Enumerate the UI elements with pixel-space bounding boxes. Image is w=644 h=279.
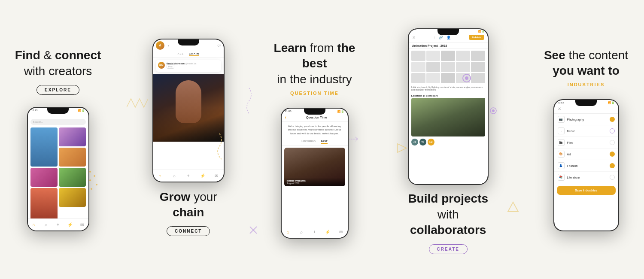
phone-4-screen: 📶 🔋 ✕ ↑ 🔗 👤 Publish Animation Project - … <box>409 29 488 184</box>
tab-all[interactable]: ALL <box>177 52 184 56</box>
sb-cell-13 <box>441 73 455 83</box>
search-bar: Search... <box>30 119 86 125</box>
phone-5-notch <box>575 100 597 106</box>
phone-5: 20:52 📶 🔋 ✕ 📷 Photography ♪ <box>553 99 619 231</box>
portrait-face <box>176 80 201 123</box>
photography-icon: 📷 <box>558 116 565 123</box>
chain-logo-avatar: d <box>156 41 164 50</box>
industry-item-film[interactable]: 🎬 Film <box>554 137 618 149</box>
deco-zigzag-1 <box>125 94 150 122</box>
sb-cell-5 <box>471 51 485 61</box>
phone-2: d d QT ALL CHAIN RM Rosie Matheson @rosi… <box>152 39 225 182</box>
save-industries-button[interactable]: Save Industries <box>557 186 616 195</box>
deco-xmark <box>249 226 258 236</box>
section-see-content: See the contentyou want to INDUSTRIES 20… <box>541 48 631 232</box>
nav-2-mail: ✉ <box>213 173 219 179</box>
nav-3-add: + <box>311 229 317 235</box>
qt-card-date: August 2018 <box>287 182 343 185</box>
svg-point-2 <box>89 179 91 181</box>
sb-cell-7 <box>426 62 440 72</box>
sb-cell-2 <box>426 51 440 61</box>
svg-point-3 <box>96 184 97 185</box>
tab-past[interactable]: PAST <box>321 140 328 144</box>
see-content-headline: See the contentyou want to <box>544 48 628 79</box>
proj-close-icon[interactable]: ✕ <box>412 35 416 40</box>
phone-3-screen: 21:00 📶 🔋 ‹ Question Time We're bringing… <box>282 109 348 238</box>
sb-cell-11 <box>411 73 425 83</box>
phone-4: 📶 🔋 ✕ ↑ 🔗 👤 Publish Animation Project - … <box>408 28 489 185</box>
proj-collaborators: JS TK LM <box>409 138 488 147</box>
proj-link-icon[interactable]: 🔗 <box>439 36 443 39</box>
portrait-image <box>153 74 224 142</box>
tab-chain[interactable]: CHAIN <box>189 52 199 56</box>
proj-share-icon[interactable]: ↑ <box>434 36 435 39</box>
sb-cell-3 <box>441 51 455 61</box>
app-showcase: Find & connectwith creators EXPLORE 18:3… <box>0 0 644 279</box>
literature-dot <box>610 175 615 180</box>
phone-3-notch <box>304 109 325 115</box>
phone-1-notch <box>47 108 69 114</box>
deco-dotted-vert-1 <box>245 86 253 122</box>
sb-cell-8 <box>441 62 455 72</box>
collaborator-1-avatar: JS <box>411 139 418 146</box>
phone-1-content: Search... <box>28 112 88 230</box>
music-icon: ♪ <box>558 127 565 134</box>
sb-cell-14 <box>456 73 470 83</box>
create-button[interactable]: CREATE <box>429 244 468 254</box>
storyboard-grid <box>409 49 488 85</box>
nav-3-mail: ✉ <box>338 229 344 235</box>
literature-icon: 📚 <box>558 174 565 181</box>
post-more-icon[interactable]: ··· <box>216 63 219 67</box>
sb-cell-9 <box>456 62 470 72</box>
fashion-dot <box>610 163 615 168</box>
industry-item-music[interactable]: ♪ Music <box>554 125 618 137</box>
qt-card: Maisie Williams August 2018 <box>284 148 345 186</box>
post-meta: Rosie Matheson @rosie 1m Post <box>167 62 197 68</box>
sb-cell-12 <box>426 73 440 83</box>
nav-mail-icon: ✉ <box>79 221 85 227</box>
music-dot <box>610 128 615 133</box>
nav-3-home: ⌂ <box>285 229 291 235</box>
grow-chain-headline: Grow yourchain <box>160 189 217 221</box>
explore-button[interactable]: EXPLORE <box>36 85 79 95</box>
industry-item-art[interactable]: 🎨 Art <box>554 149 618 160</box>
svg-point-1 <box>94 175 95 177</box>
sb-cell-15 <box>471 73 485 83</box>
art-dot <box>610 152 615 157</box>
industry-item-literature[interactable]: 📚 Literature <box>554 172 618 183</box>
film-dot <box>610 140 615 145</box>
build-headline: Build projects withcollaborators <box>403 191 493 238</box>
industries-list: 📷 Photography ♪ Music 🎬 Film <box>554 114 618 183</box>
svg-point-4 <box>91 188 92 190</box>
phone-3-nav: ⌂ ⌕ + ⚡ ✉ <box>282 226 348 238</box>
phone-1-screen: 18:33 📶 🔋 Search... <box>28 108 88 230</box>
connect-button[interactable]: CONNECT <box>167 226 210 236</box>
learn-headline: Learn from the bestin the industry <box>274 40 355 87</box>
photo-cell-5 <box>59 168 86 187</box>
proj-person-icon[interactable]: 👤 <box>447 36 451 39</box>
proj-location: Location 1: Skatepark <box>409 93 488 98</box>
deco-dots-1 <box>88 170 101 197</box>
nav-add-icon: + <box>55 221 61 227</box>
sb-cell-10 <box>471 62 485 72</box>
qt-body-text: We're bringing you closer to the people … <box>282 122 348 138</box>
tab-upcoming[interactable]: UPCOMING <box>301 140 316 144</box>
section-find-connect: Find & connectwith creators EXPLORE 18:3… <box>13 48 103 231</box>
nav-2-home: ⌂ <box>157 173 163 179</box>
qt-tabs: UPCOMING PAST <box>282 138 348 146</box>
publish-button[interactable]: Publish <box>469 35 484 40</box>
section-learn: Learn from the bestin the industry QUEST… <box>274 40 355 239</box>
phone-1-nav: ⌂ ⌕ + ⚡ ✉ <box>28 218 88 230</box>
photo-cell-2 <box>59 127 86 146</box>
photo-cell-4 <box>30 168 58 187</box>
collaborator-2-avatar: TK <box>419 139 426 146</box>
nav-2-bolt: ⚡ <box>200 173 206 179</box>
industry-item-photography[interactable]: 📷 Photography <box>554 114 618 125</box>
ind-close-icon[interactable]: ✕ <box>558 106 561 111</box>
chain-tabs: ALL CHAIN <box>153 51 224 58</box>
section-grow-chain: d d QT ALL CHAIN RM Rosie Matheson @rosi… <box>151 39 226 241</box>
industry-item-fashion[interactable]: 👗 Fashion <box>554 160 618 172</box>
user-avatar: RM <box>158 62 165 69</box>
fashion-icon: 👗 <box>558 162 565 169</box>
qt-back-icon[interactable]: ‹ <box>285 115 286 120</box>
